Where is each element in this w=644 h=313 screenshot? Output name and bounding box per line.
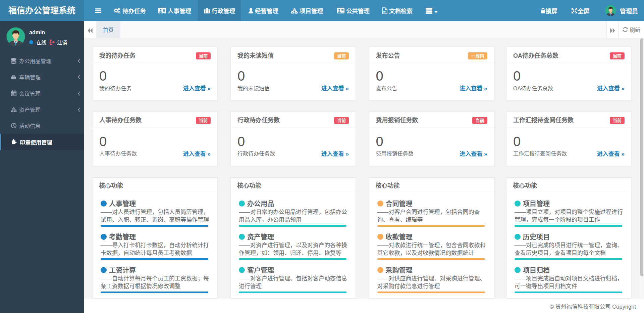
- svg-text:w: w: [383, 10, 386, 13]
